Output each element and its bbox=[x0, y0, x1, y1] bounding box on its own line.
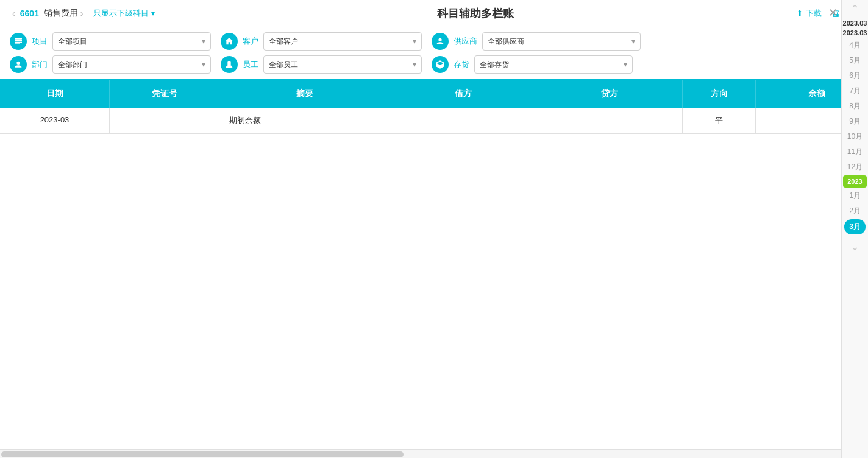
inventory-label: 存货 bbox=[454, 59, 469, 70]
download-icon: ⬆ bbox=[796, 9, 803, 18]
timeline-item-2[interactable]: 2月 bbox=[842, 203, 868, 219]
filter-item-inventory: 存货 全部存货 ▾ bbox=[432, 55, 633, 74]
main-window: ✕ ‹ 6601 销售费用 › 只显示下级科目 ▾ 科目辅助多栏账 ⬆ 下载 🖨… bbox=[0, 0, 868, 458]
timeline-item-10[interactable]: 10月 bbox=[842, 129, 868, 144]
show-sub-label: 只显示下级科目 bbox=[93, 8, 149, 19]
filter-item-department: 部门 全部部门 ▾ bbox=[10, 55, 211, 74]
show-sub-button[interactable]: 只显示下级科目 ▾ bbox=[93, 8, 155, 19]
account-name: 销售费用 bbox=[44, 8, 78, 19]
cell-debit bbox=[390, 108, 536, 133]
col-voucher: 凭证号 bbox=[110, 80, 219, 108]
supplier-select[interactable]: 全部供应商 ▾ bbox=[482, 32, 641, 51]
supplier-icon bbox=[432, 33, 449, 50]
inventory-icon bbox=[432, 56, 449, 73]
supplier-arrow-icon: ▾ bbox=[631, 37, 635, 46]
department-select[interactable]: 全部部门 ▾ bbox=[52, 55, 211, 74]
col-debit: 借方 bbox=[390, 80, 536, 108]
svg-rect-3 bbox=[15, 43, 20, 44]
project-icon bbox=[10, 33, 27, 50]
cell-summary: 期初余额 bbox=[219, 108, 390, 133]
inventory-arrow-icon: ▾ bbox=[624, 60, 627, 69]
cell-voucher bbox=[110, 108, 219, 133]
table-header: 日期 凭证号 摘要 借方 贷方 方向 余额 bbox=[0, 80, 868, 108]
project-label: 项目 bbox=[32, 36, 48, 47]
timeline-item-header-1[interactable]: 2023.03 bbox=[842, 18, 868, 28]
svg-rect-1 bbox=[15, 40, 22, 41]
project-select[interactable]: 全部项目 ▾ bbox=[52, 32, 211, 51]
col-direction: 方向 bbox=[683, 80, 756, 108]
timeline-item-3-active[interactable]: 3月 bbox=[844, 219, 866, 234]
svg-point-5 bbox=[16, 62, 20, 65]
timeline-up-button[interactable]: ⌃ bbox=[844, 0, 866, 18]
filter-item-employee: 员工 全部员工 ▾ bbox=[221, 55, 422, 74]
timeline-item-9[interactable]: 9月 bbox=[842, 114, 868, 129]
close-button[interactable]: ✕ bbox=[828, 6, 838, 19]
cell-direction: 平 bbox=[683, 108, 756, 133]
prev-account-button[interactable]: ‹ bbox=[10, 9, 18, 18]
col-date: 日期 bbox=[0, 80, 110, 108]
next-account-button[interactable]: › bbox=[78, 9, 86, 18]
timeline-item-8[interactable]: 8月 bbox=[842, 99, 868, 114]
department-arrow-icon: ▾ bbox=[202, 60, 205, 69]
timeline-down-button[interactable]: ⌄ bbox=[844, 235, 866, 253]
employee-icon bbox=[221, 56, 238, 73]
project-arrow-icon: ▾ bbox=[202, 37, 205, 46]
project-value: 全部项目 bbox=[58, 37, 87, 47]
timeline-item-1[interactable]: 1月 bbox=[842, 188, 868, 203]
account-code: 6601 bbox=[20, 9, 39, 18]
employee-arrow-icon: ▾ bbox=[413, 60, 416, 69]
filter-row-1: 项目 全部项目 ▾ 客户 全部客户 ▾ bbox=[10, 32, 858, 51]
page-title: 科目辅助多栏账 bbox=[155, 6, 797, 21]
svg-rect-2 bbox=[15, 42, 22, 43]
horizontal-scrollbar[interactable] bbox=[0, 449, 841, 458]
col-credit: 贷方 bbox=[536, 80, 683, 108]
filter-item-supplier: 供应商 全部供应商 ▾ bbox=[432, 32, 641, 51]
timeline-item-6[interactable]: 6月 bbox=[842, 68, 868, 83]
col-summary: 摘要 bbox=[219, 80, 390, 108]
supplier-value: 全部供应商 bbox=[488, 37, 524, 47]
timeline-item-header-2[interactable]: 2023.03 bbox=[842, 28, 868, 38]
svg-point-4 bbox=[438, 38, 441, 41]
supplier-label: 供应商 bbox=[454, 36, 477, 47]
department-label: 部门 bbox=[32, 59, 48, 70]
timeline-item-5[interactable]: 5月 bbox=[842, 53, 868, 68]
timeline-item-7[interactable]: 7月 bbox=[842, 83, 868, 99]
table-body: 2023-03 期初余额 平 bbox=[0, 108, 868, 134]
chevron-down-icon: ⌄ bbox=[850, 240, 859, 253]
employee-select[interactable]: 全部员工 ▾ bbox=[263, 55, 422, 74]
customer-value: 全部客户 bbox=[269, 37, 298, 47]
header: ‹ 6601 销售费用 › 只显示下级科目 ▾ 科目辅助多栏账 ⬆ 下载 🖨 打… bbox=[0, 0, 868, 27]
timeline-panel: ⌃ 2023.03 2023.03 4月 5月 6月 7月 8月 9月 10月 … bbox=[841, 0, 868, 458]
scrollbar-thumb[interactable] bbox=[1, 451, 404, 457]
timeline-year-badge[interactable]: 2023 bbox=[843, 175, 867, 188]
department-icon bbox=[10, 56, 27, 73]
cell-date: 2023-03 bbox=[0, 108, 110, 133]
download-label: 下载 bbox=[806, 8, 822, 19]
filter-item-project: 项目 全部项目 ▾ bbox=[10, 32, 211, 51]
customer-select[interactable]: 全部客户 ▾ bbox=[263, 32, 422, 51]
customer-arrow-icon: ▾ bbox=[413, 37, 416, 46]
table-area: 日期 凭证号 摘要 借方 贷方 方向 余额 2023-03 期初余额 平 bbox=[0, 79, 868, 134]
download-button[interactable]: ⬆ 下载 bbox=[796, 8, 822, 19]
filter-area: 项目 全部项目 ▾ 客户 全部客户 ▾ bbox=[0, 27, 868, 79]
inventory-value: 全部存货 bbox=[480, 60, 509, 70]
customer-label: 客户 bbox=[243, 36, 258, 47]
filter-row-2: 部门 全部部门 ▾ 员工 全部员工 ▾ bbox=[10, 55, 858, 74]
cell-credit bbox=[536, 108, 683, 133]
svg-rect-6 bbox=[227, 61, 230, 65]
timeline-item-11[interactable]: 11月 bbox=[842, 144, 868, 160]
timeline-item-4[interactable]: 4月 bbox=[842, 38, 868, 53]
svg-rect-0 bbox=[15, 38, 22, 40]
department-value: 全部部门 bbox=[58, 60, 87, 70]
timeline-item-12[interactable]: 12月 bbox=[842, 160, 868, 175]
employee-label: 员工 bbox=[243, 59, 258, 70]
employee-value: 全部员工 bbox=[269, 60, 298, 70]
inventory-select[interactable]: 全部存货 ▾ bbox=[474, 55, 633, 74]
customer-icon bbox=[221, 33, 238, 50]
filter-item-customer: 客户 全部客户 ▾ bbox=[221, 32, 422, 51]
chevron-up-icon: ⌃ bbox=[850, 2, 859, 16]
table-row: 2023-03 期初余额 平 bbox=[0, 108, 868, 134]
